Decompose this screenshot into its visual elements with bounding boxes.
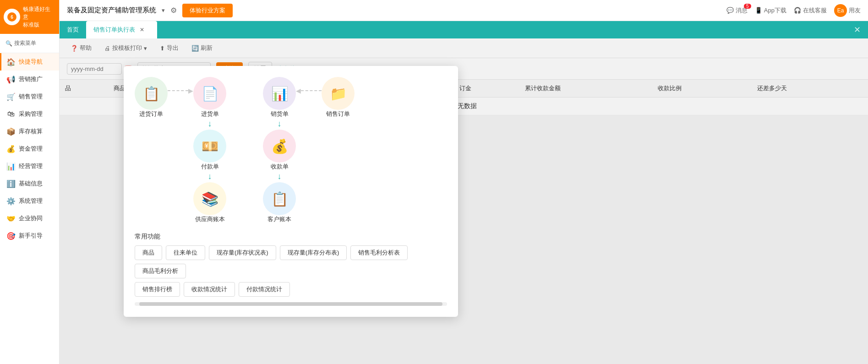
- supplier-ledger-icon: 📚: [202, 191, 218, 207]
- flow-purchase-order: 📋 进货订单: [135, 77, 168, 118]
- sidebar-item-sysconfig[interactable]: ⚙️ 系统管理: [0, 192, 59, 210]
- title-dropdown-icon[interactable]: ▾: [162, 7, 165, 14]
- supplier-ledger-label: 供应商账本: [195, 215, 225, 223]
- tab-home[interactable]: 首页: [60, 21, 86, 38]
- purchase-order-circle[interactable]: 📋: [135, 77, 168, 110]
- sidebar-item-sales[interactable]: 🛒 销售管理: [0, 88, 59, 105]
- receipt-bill-circle[interactable]: 💰: [263, 130, 296, 163]
- func-btn-receipt-stats[interactable]: 收款情况统计: [184, 282, 235, 297]
- tab-sales-label: 销售订单执行表: [93, 26, 135, 34]
- quick-nav-icon: 🏠: [7, 58, 15, 66]
- finance-icon: 💰: [7, 145, 15, 153]
- trial-button[interactable]: 体验行业方案: [182, 4, 233, 17]
- message-icon: 💬: [726, 7, 734, 14]
- basic-icon: ℹ️: [7, 179, 15, 188]
- arrow-down-sales: ↓: [278, 118, 282, 130]
- sidebar-item-label: 系统管理: [19, 197, 43, 205]
- inventory-icon: 📦: [7, 127, 15, 136]
- sales-bill-label: 销货单: [271, 110, 289, 118]
- purchase-bill-circle[interactable]: 📄: [193, 77, 226, 110]
- message-action[interactable]: 💬 消息 5: [726, 6, 748, 15]
- user-label: 用友: [849, 6, 861, 15]
- sidebar-item-purchase[interactable]: 🛍 采购管理: [0, 105, 59, 123]
- modal-scrollbar[interactable]: [135, 302, 447, 306]
- arrow-down-payment: ↓: [208, 171, 212, 182]
- avatar-text: Ea: [837, 7, 844, 14]
- arrow-right-1: ▶: [168, 77, 193, 94]
- payment-bill-icon: 💴: [202, 138, 218, 154]
- app-download-label: App下载: [764, 6, 786, 15]
- sysconfig-icon: ⚙️: [7, 197, 15, 205]
- download-icon: 📱: [755, 7, 762, 14]
- func-btn-payment-stats[interactable]: 付款情况统计: [239, 282, 290, 297]
- sidebar-item-label: 采购管理: [19, 110, 43, 118]
- payment-bill-circle[interactable]: 💴: [193, 130, 226, 163]
- sidebar: 6 畅康通好生意 标准版 🔍 搜索菜单 🏠 快捷导航 📢 营销推广: [0, 0, 60, 364]
- func-btn-product-margin[interactable]: 商品毛利分析: [135, 264, 186, 278]
- sidebar-item-label: 销售管理: [19, 92, 43, 101]
- sidebar-item-inventory[interactable]: 📦 库存核算: [0, 123, 59, 140]
- tab-close-icon[interactable]: ✕: [140, 27, 144, 33]
- modal-scroll-thumb: [139, 302, 442, 306]
- func-btn-inventory-dist[interactable]: 现存量(库存分布表): [280, 245, 347, 260]
- flow-sales-bill: 📊 销货单 ↓ 💰 收款单 ↓: [263, 77, 296, 223]
- sidebar-item-enterprise[interactable]: 🤝 企业协同: [0, 210, 59, 227]
- receipt-bill-icon: 💰: [271, 138, 288, 154]
- tabbar-close-icon[interactable]: ✕: [854, 25, 861, 34]
- sidebar-item-label: 新手引导: [19, 232, 43, 240]
- func-btn-product[interactable]: 商品: [135, 245, 162, 260]
- user-avatar-action[interactable]: Ea 用友: [834, 4, 861, 17]
- sidebar-item-finance[interactable]: 💰 资金管理: [0, 140, 59, 158]
- arrow-left-1: ◀: [296, 77, 322, 94]
- online-service-action[interactable]: 🎧 在线客服: [794, 6, 827, 15]
- customer-ledger-circle[interactable]: 📋: [263, 182, 296, 215]
- customer-ledger-label: 客户账本: [267, 215, 291, 223]
- sidebar-item-label: 企业协同: [19, 214, 43, 223]
- ops-icon: 📊: [7, 162, 15, 170]
- sidebar-item-label: 资金管理: [19, 145, 43, 153]
- tab-sales-order-exec[interactable]: 销售订单执行表 ✕: [86, 21, 157, 38]
- tab-home-label: 首页: [67, 26, 79, 34]
- func-buttons-row1: 商品 往来单位 现存量(库存状况表) 现存量(库存分布表) 销售毛利分析表 商品…: [135, 245, 447, 278]
- search-menu-label: 搜索菜单: [14, 39, 36, 47]
- app-download-action[interactable]: 📱 App下载: [755, 6, 786, 15]
- purchase-order-icon: 📋: [143, 86, 160, 102]
- sidebar-item-label: 基础信息: [19, 179, 43, 188]
- sales-icon: 🛒: [7, 92, 15, 101]
- sidebar-search-area: 🔍 搜索菜单: [0, 34, 59, 53]
- flow-purchase-bill: 📄 进货单 ↓ 💴 付款单 ↓: [193, 77, 226, 223]
- tabbar: 首页 销售订单执行表 ✕ ✕: [60, 21, 868, 38]
- settings-icon[interactable]: ⚙: [170, 6, 177, 15]
- func-btn-sales-rank[interactable]: 销售排行榜: [135, 282, 180, 297]
- online-service-label: 在线客服: [803, 6, 827, 15]
- sidebar-item-label: 经营管理: [19, 162, 43, 170]
- func-btn-sales-margin[interactable]: 销售毛利分析表: [350, 245, 408, 260]
- sales-bill-circle[interactable]: 📊: [263, 77, 296, 110]
- search-icon: 🔍: [5, 40, 12, 47]
- modal-overlay[interactable]: 📋 进货订单 ▶ 📄: [60, 38, 868, 364]
- sidebar-item-basic[interactable]: ℹ️ 基础信息: [0, 175, 59, 192]
- func-buttons-row2: 销售排行榜 收款情况统计 付款情况统计: [135, 282, 447, 297]
- sidebar-item-marketing[interactable]: 📢 营销推广: [0, 71, 59, 88]
- sales-order-icon: 📁: [330, 86, 347, 102]
- svg-text:6: 6: [11, 15, 13, 20]
- supplier-ledger-circle[interactable]: 📚: [193, 182, 226, 215]
- sidebar-item-ops[interactable]: 📊 经营管理: [0, 158, 59, 175]
- sidebar-item-label: 营销推广: [19, 75, 43, 83]
- func-btn-contacts[interactable]: 往来单位: [166, 245, 205, 260]
- message-badge: 5: [744, 4, 751, 9]
- sales-order-label: 销售订单: [326, 110, 350, 118]
- sales-order-circle[interactable]: 📁: [322, 77, 355, 110]
- logo-text2: 标准版: [23, 21, 55, 29]
- content-area: ❓ 帮助 🖨 按模板打印 ▾ ⬆ 导出 🔄 刷新: [60, 38, 868, 364]
- avatar: Ea: [834, 4, 847, 17]
- arrow-down-receipt: ↓: [278, 171, 282, 182]
- receipt-bill-label: 收款单: [271, 163, 289, 171]
- logo-icon: 6: [4, 9, 20, 25]
- newbie-icon: 🎯: [7, 232, 15, 240]
- func-btn-inventory-status[interactable]: 现存量(库存状况表): [209, 245, 276, 260]
- search-menu-button[interactable]: 🔍 搜索菜单: [4, 38, 55, 49]
- purchase-icon: 🛍: [7, 110, 15, 118]
- sidebar-item-newbie[interactable]: 🎯 新手引导: [0, 227, 59, 244]
- sidebar-item-quick-nav[interactable]: 🏠 快捷导航: [0, 53, 59, 71]
